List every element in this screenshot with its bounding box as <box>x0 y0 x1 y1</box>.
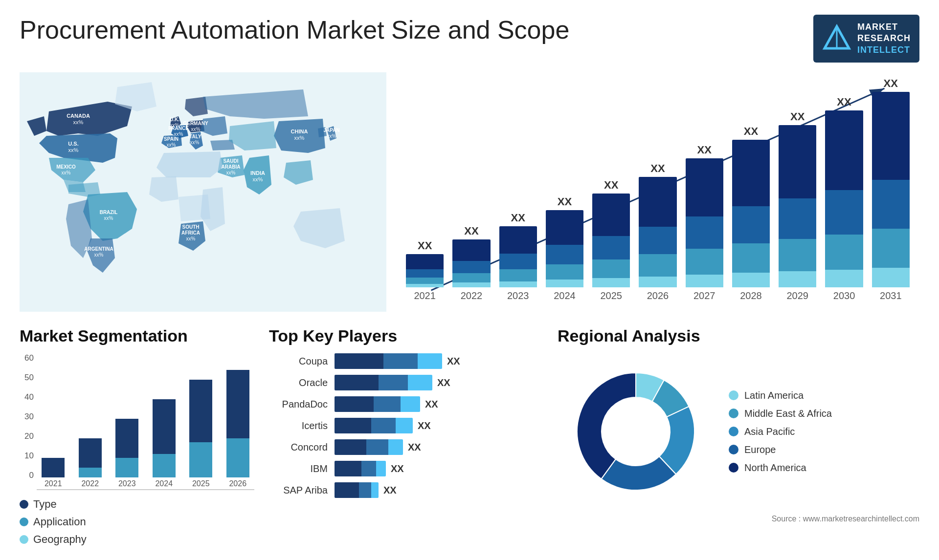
seg-bar-stack <box>42 458 65 477</box>
bar-year-label: 2031 <box>880 290 902 302</box>
seg-bar-segment <box>153 399 176 454</box>
legend-label: Application <box>33 516 86 528</box>
player-bar-wrap: XX <box>335 439 421 455</box>
bar-segment <box>825 190 863 235</box>
regional-legend-item: Middle East & Africa <box>729 408 832 419</box>
bar-stack <box>825 110 863 287</box>
bar-year-label: 2029 <box>787 290 809 302</box>
svg-text:FRANCE: FRANCE <box>168 126 189 131</box>
player-row: CoupaXX <box>269 353 543 369</box>
player-bar-segment <box>408 375 432 390</box>
header: Procurement Automation Market Size and S… <box>20 15 919 63</box>
seg-year-group: 2021 <box>37 353 70 488</box>
player-bar-segment <box>371 482 379 498</box>
svg-text:xx%: xx% <box>186 236 196 241</box>
bar-year-label: 2025 <box>600 290 622 302</box>
top-section: CANADA xx% U.S. xx% MEXICO xx% BRAZIL xx… <box>20 72 919 312</box>
world-map: CANADA xx% U.S. xx% MEXICO xx% BRAZIL xx… <box>20 72 386 312</box>
player-bar-segment <box>401 396 420 412</box>
segmentation-section: Market Segmentation 6050403020100 202120… <box>20 326 254 560</box>
svg-text:xx%: xx% <box>191 127 201 132</box>
regional-legend-dot <box>729 390 738 400</box>
svg-text:CANADA: CANADA <box>67 113 90 119</box>
bar-stack <box>779 125 816 287</box>
regional-legend-dot <box>729 445 738 454</box>
player-bar-segment <box>379 375 408 390</box>
player-value: XX <box>408 442 421 453</box>
player-bar-segment <box>359 482 371 498</box>
seg-bar-stack <box>189 380 212 477</box>
regional-legend-dot <box>729 427 738 436</box>
player-bar-segment <box>396 418 413 433</box>
bar-label: XX <box>464 225 478 237</box>
player-bar-segment <box>335 418 371 433</box>
bar-label: XX <box>697 144 712 156</box>
svg-text:ARABIA: ARABIA <box>222 164 241 170</box>
svg-text:SPAIN: SPAIN <box>164 136 179 142</box>
bar-label: XX <box>837 96 851 108</box>
bar-stack <box>592 194 630 287</box>
svg-text:AFRICA: AFRICA <box>181 230 200 236</box>
bar-segment <box>546 264 583 280</box>
bar-segment <box>452 261 490 273</box>
regional-legend-label: Asia Pacific <box>744 426 795 437</box>
bar-segment <box>872 268 910 287</box>
seg-year-label: 2026 <box>229 479 246 488</box>
svg-text:xx%: xx% <box>294 135 305 141</box>
player-bar-segment <box>335 375 379 390</box>
player-row: SAP AribaXX <box>269 482 543 498</box>
svg-text:xx%: xx% <box>253 176 263 182</box>
player-bar-wrap: XX <box>335 396 438 412</box>
page-title: Procurement Automation Market Size and S… <box>20 15 569 45</box>
seg-year-label: 2022 <box>81 479 99 488</box>
player-name: SAP Ariba <box>269 485 328 496</box>
seg-year-group: 2024 <box>148 353 181 488</box>
svg-text:xx%: xx% <box>327 133 336 139</box>
player-bar-wrap: XX <box>335 482 397 498</box>
bar-segment <box>825 270 863 287</box>
seg-y-label: 40 <box>24 392 34 402</box>
seg-bar-segment <box>115 458 138 477</box>
svg-text:GERMANY: GERMANY <box>183 121 208 126</box>
bar-stack <box>452 239 490 287</box>
donut-center <box>603 398 669 465</box>
seg-year-group: 2026 <box>222 353 255 488</box>
seg-bar-segment <box>79 438 102 468</box>
regional-title: Regional Analysis <box>558 326 919 345</box>
bar-segment <box>592 236 630 259</box>
regional-legend-item: Europe <box>729 444 832 455</box>
player-value: XX <box>418 420 431 431</box>
seg-y-label: 50 <box>24 373 34 383</box>
growth-bar-group: XX2024 <box>546 195 583 302</box>
player-bar-segment <box>361 461 376 476</box>
bar-segment <box>779 239 816 271</box>
key-players-title: Top Key Players <box>269 326 543 345</box>
bar-segment <box>732 140 770 206</box>
seg-legend-item: Application <box>20 516 254 528</box>
page: Procurement Automation Market Size and S… <box>0 0 939 560</box>
bar-segment <box>546 210 583 245</box>
bar-segment <box>406 278 444 284</box>
bar-year-label: 2030 <box>833 290 855 302</box>
bars-area: XX2021XX2022XX2023XX2024XX2025XX2026XX20… <box>406 77 910 316</box>
bar-segment <box>406 269 444 278</box>
player-bar <box>335 439 403 455</box>
seg-bar-segment <box>226 370 249 438</box>
key-players-section: Top Key Players CoupaXXOracleXXPandaDocX… <box>269 326 543 560</box>
player-value: XX <box>447 356 460 367</box>
growth-bar-group: XX2023 <box>499 212 537 302</box>
bar-segment <box>406 254 444 269</box>
svg-text:xx%: xx% <box>167 142 176 148</box>
bar-stack <box>639 177 676 287</box>
seg-year-label: 2023 <box>118 479 136 488</box>
bar-label: XX <box>511 212 525 224</box>
svg-text:U.S.: U.S. <box>68 141 78 147</box>
growth-bar-group: XX2028 <box>732 125 770 302</box>
player-name: Coupa <box>269 356 328 367</box>
bar-segment <box>639 177 676 227</box>
regional-legend-label: Middle East & Africa <box>744 408 832 419</box>
logo-line2: RESEARCH <box>857 33 911 44</box>
bar-label: XX <box>790 110 805 123</box>
player-name: Oracle <box>269 377 328 388</box>
svg-text:U.K.: U.K. <box>170 117 179 122</box>
